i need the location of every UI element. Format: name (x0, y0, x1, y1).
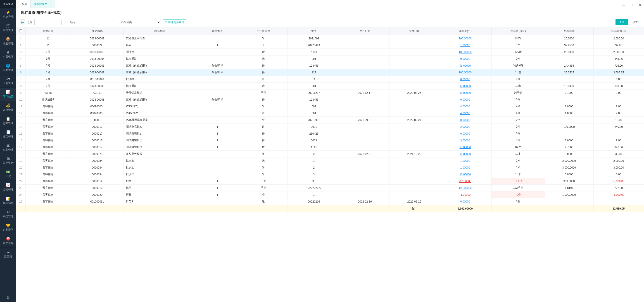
table-cell (196, 56, 239, 62)
table-row[interactable]: 10测试通路20023-00008置减（白色/奶棒）白色/奶棒件1234560.… (16, 96, 644, 103)
table-cell[interactable]: 0.00000 (439, 117, 491, 123)
settings-button[interactable]: 设置 (630, 19, 640, 25)
table-cell[interactable]: 0.00000 (439, 56, 491, 62)
table-row[interactable]: 19晋客储仓0000084批次次米11.000001米2,000.00002,0… (16, 158, 644, 164)
table-cell[interactable]: 10.00000 (439, 89, 491, 96)
table-cell[interactable]: 3.00000 (439, 137, 491, 144)
sidebar-item-cloud[interactable]: ☁ 云应用 (0, 248, 16, 261)
table-row[interactable]: 9A01-01A01-01子件保质期组千克202112172021-12-172… (16, 89, 644, 96)
table-row[interactable]: 41号0023-00005批次通路米0010.000000米445.86 (16, 56, 644, 62)
table-cell[interactable]: -1.00000 (439, 191, 491, 198)
table-cell (390, 49, 439, 56)
tab-close-icon[interactable]: ✕ (50, 3, 52, 6)
table-row[interactable]: 51号0023-00005置减（白色/奶棒）白色/奶棒件12345649.600… (16, 62, 644, 69)
sidebar-item-payroll[interactable]: 💵 工资 (0, 168, 16, 181)
more-conditions-button[interactable]: ▼ 展开更多条件 (163, 19, 186, 25)
table-cell: 个 (239, 42, 288, 49)
table-cell[interactable]: -16.00000 (439, 178, 491, 185)
table-cell[interactable]: 1.00000 (439, 164, 491, 171)
sidebar-item-small-ecom[interactable]: 🖥 小暑电商 (0, 48, 16, 61)
category-select[interactable] (134, 19, 161, 25)
table-cell[interactable]: 4.00000 (439, 110, 491, 117)
sidebar-item-ecom[interactable]: 🌐 电商管理 (0, 61, 16, 75)
table-row[interactable]: 22晋客储仓0000012批号1千克33-16.00000-16千克333.00… (16, 178, 644, 185)
table-cell[interactable]: 10.00000 (439, 151, 491, 158)
table-cell[interactable]: 87.00000 (439, 144, 491, 151)
warehouse-input[interactable] (34, 19, 62, 25)
table-cell[interactable]: 2.00000 (439, 123, 491, 130)
table-row[interactable]: 18晋客储仓0000078多头异色纹线支22021-12-212021-12-2… (16, 151, 644, 158)
product-input[interactable] (77, 19, 113, 25)
table-cell: 批次框 (124, 76, 196, 83)
window-controls: — □ ✕ (620, 2, 644, 8)
table-row[interactable]: 72号001000026批次框米110.000000米0.00 (16, 76, 644, 83)
sidebar-item-collab[interactable]: 🤝 企业协同 (0, 221, 16, 234)
select-all-checkbox[interactable] (19, 30, 22, 32)
table-row[interactable]: 12晋客储仓000900001POS 批次米0014.000004米1.0000… (16, 110, 644, 117)
table-row[interactable]: 15晋客储仓0000017测试电需批次1件2104230.000000件 (16, 130, 644, 137)
table-row[interactable]: 82号0023-00005批次通路米00110.0000010米10.00001… (16, 83, 644, 89)
sidebar-item-fixed-assets[interactable]: 🏗 固定资产 (0, 154, 16, 168)
table-row[interactable]: 21晋客储仓0000084批次次米310.0000010米0.00000.00 (16, 171, 644, 178)
sidebar-item-inventory[interactable]: 📊 库存核算 (0, 88, 16, 101)
table-cell[interactable]: 0.00000 (439, 76, 491, 83)
maximize-button[interactable]: □ (628, 2, 636, 8)
table-cell: 晋客储仓 (25, 117, 70, 123)
sidebar-item-invoice[interactable]: 🧾 发票管理 (0, 128, 16, 141)
sidebar-settings[interactable]: ⚙ (0, 293, 16, 302)
table-cell[interactable]: 1.00000 (439, 42, 491, 49)
filter-expand-button[interactable]: ▶ (20, 20, 25, 25)
table-row[interactable]: 31号0023-0000...测批次斤A001100.00000100斤20.0… (16, 49, 644, 56)
table-cell[interactable]: 10.00000 (439, 83, 491, 89)
table-cell[interactable]: 100.00000 (439, 35, 491, 42)
table-cell: 批号 (124, 185, 196, 191)
tab-inventory-batch[interactable]: 库存批次▼ ✕ (30, 0, 55, 8)
table-row[interactable]: 23晋客储仓0000012批号1千克1222222222122.00000122… (16, 185, 644, 191)
table-cell[interactable]: 1.00000 (439, 158, 491, 164)
table-row[interactable]: 1110023-00009软磁道汇网拒查米2021098100.00000100… (16, 35, 644, 42)
table-cell[interactable]: 0.00000 (439, 96, 491, 103)
table-cell[interactable]: 4.00000 (439, 103, 491, 110)
sidebar-item-tax[interactable]: 🏛 税务管理 (0, 141, 16, 154)
sidebar-item-wholesale[interactable]: 📦 批发管理 (0, 35, 16, 48)
table-cell[interactable]: 49.60000 (439, 62, 491, 69)
close-button[interactable]: ✕ (636, 2, 644, 8)
sidebar-item-system[interactable]: ⚙ 系统管理 (0, 208, 16, 221)
sidebar-item-purchase[interactable]: 🛍 采购管理 (0, 75, 16, 88)
table-cell: 10包 (492, 69, 545, 76)
sidebar-item-new-user[interactable]: 🎯 新手引导 (0, 234, 16, 248)
table-cell[interactable]: 0.00000 (439, 130, 491, 137)
table-container[interactable]: 仓库名称 商品编码 商品名称 规格型号 主计量单位 批号 生产日期 失效日期 现… (16, 27, 644, 302)
table-cell[interactable]: 100.00000 (439, 69, 491, 76)
table-cell[interactable]: 10.00000 (439, 171, 491, 178)
tab-home[interactable]: 首页 (18, 0, 30, 8)
table-cell: 晋客储仓 (25, 151, 70, 158)
search-button[interactable]: 查询 (616, 19, 628, 25)
table-row[interactable]: 2110000029屏际1个202204291.000001个37.950037… (16, 42, 644, 49)
table-cell: 米 (239, 56, 288, 62)
table-cell: 5 (16, 62, 25, 69)
sidebar-item-general[interactable]: 📋 总账管理 (0, 114, 16, 128)
table-row[interactable]: 24晋客储仓0000029屏际1个1-1.00000-1个1,000.0000-… (16, 191, 644, 198)
table-row[interactable]: 61号0023-00008置减（白色/奶棒）白色/奶棒件123100.00000… (16, 69, 644, 76)
table-row[interactable]: 25晋客储仓001000031鲜范A瓶202202162022-02-16202… (16, 198, 644, 205)
table-cell[interactable]: 0.00000 (439, 198, 491, 205)
table-cell: 2件 (492, 123, 545, 130)
table-cell[interactable]: 100.00000 (439, 49, 491, 56)
sidebar-item-ops[interactable]: 📈 经管管理 (0, 181, 16, 194)
sidebar-item-assets[interactable]: 💰 资金管理 (0, 101, 16, 114)
table-row[interactable]: 14晋客储仓0000017测试电需批次1件00012.000002件120.00… (16, 123, 644, 130)
sidebar-item-quick-nav[interactable]: ⚡ 快捷导航 (0, 8, 16, 21)
col-checkbox[interactable] (16, 27, 25, 35)
minimize-button[interactable]: — (620, 2, 628, 8)
table-row[interactable]: 16晋客储仓0000017测试电需批次1件00033.000003件3.0000… (16, 137, 644, 144)
table-row[interactable]: 11晋客储仓000900001POS 批次米0024.000004米2.0000… (16, 103, 644, 110)
sidebar-search[interactable]: 搜索菜单 (0, 0, 16, 8)
table-row[interactable]: 13晋客储仓000097POS显示库存异常个202109012021-09-01… (16, 117, 644, 123)
sidebar-item-base[interactable]: 📝 基础信息 (0, 194, 16, 208)
sidebar-item-retail[interactable]: 🛒 零售管理 (0, 21, 16, 35)
table-row[interactable]: 17晋客储仓0000017测试电需批次1件111187.0000087件9.73… (16, 144, 644, 151)
table-row[interactable]: 20晋客储仓0000084批次次米21.000001米3,000.00003,0… (16, 164, 644, 171)
table-cell[interactable]: 122.00000 (439, 185, 491, 191)
table-cell: 2,000.00 (593, 158, 644, 164)
